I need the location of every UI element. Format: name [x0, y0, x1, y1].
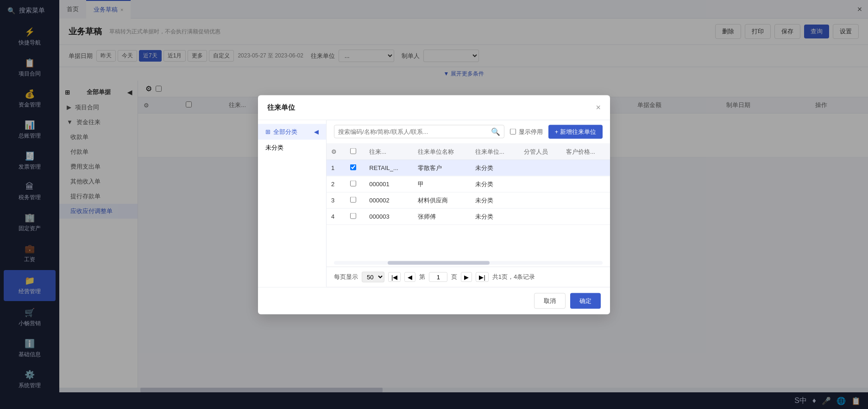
row-4-num: 4 [327, 208, 346, 225]
dialog-header: 往来单位 × [258, 95, 610, 120]
dialog-toolbar: 🔍 显示停用 + 新增往来单位 [327, 120, 610, 144]
row-4-checkbox[interactable] [350, 213, 356, 219]
dialog-right-panel: 🔍 显示停用 + 新增往来单位 ⚙ 往来... 往来单位名称 [327, 120, 610, 287]
dialog-table-row[interactable]: 3 000002 材料供应商 未分类 [327, 192, 610, 208]
row-1-category: 未分类 [471, 160, 519, 176]
search-icon-dialog: 🔍 [491, 127, 500, 136]
row-2-checkbox[interactable] [350, 180, 356, 186]
row-2-code: 000001 [365, 176, 413, 192]
row-3-checkbox[interactable] [350, 196, 356, 202]
row-2-manager [519, 176, 561, 192]
dialog-close-button[interactable]: × [596, 102, 601, 112]
row-3-code: 000002 [365, 192, 413, 208]
page-last-btn[interactable]: ▶| [476, 272, 488, 282]
dialog-col-code: 往来... [365, 144, 413, 160]
dialog-scrollbar-thumb [388, 261, 490, 264]
row-4-code: 000003 [365, 208, 413, 225]
show-disabled-toggle: 显示停用 [510, 127, 543, 136]
dialog-table-row[interactable]: 2 000001 甲 未分类 [327, 176, 610, 192]
page-next-btn[interactable]: ▶ [461, 272, 472, 282]
page-label-prefix: 第 [419, 273, 425, 281]
dialog-table-row[interactable]: 1 RETAIL_... 零散客户 未分类 [327, 160, 610, 176]
page-first-btn[interactable]: |◀ [388, 272, 401, 282]
page-prev-btn[interactable]: ◀ [404, 272, 415, 282]
dialog-table-row[interactable]: 4 000003 张师傅 未分类 [327, 208, 610, 225]
row-4-name: 张师傅 [413, 208, 471, 225]
dialog-table-wrap: ⚙ 往来... 往来单位名称 往来单位... 分管人员 客户价格... 1 [327, 144, 610, 261]
show-disabled-label: 显示停用 [519, 127, 543, 136]
row-2-price [561, 176, 610, 192]
dialog-col-manager: 分管人员 [519, 144, 561, 160]
dialog-col-price: 客户价格... [561, 144, 610, 160]
row-2-name: 甲 [413, 176, 471, 192]
dialog-uncategorized-label: 未分类 [265, 143, 283, 151]
dialog-table: ⚙ 往来... 往来单位名称 往来单位... 分管人员 客户价格... 1 [327, 144, 610, 225]
dialog-search-box: 🔍 [334, 125, 504, 138]
per-page-label: 每页显示 [334, 273, 358, 281]
dialog-col-settings: ⚙ [327, 144, 346, 160]
row-1-code: RETAIL_... [365, 160, 413, 176]
page-number-input[interactable] [429, 272, 447, 282]
row-3-price [561, 192, 610, 208]
grid-icon-dialog: ⊞ [265, 128, 270, 135]
dialog-pagination: 每页显示 50 |◀ ◀ 第 页 ▶ ▶| 共1页，4条记录 [327, 266, 610, 287]
dialog-partner: 往来单位 × ⊞ 全部分类 ◀ 未分类 🔍 显示停用 [258, 95, 610, 314]
row-3-num: 3 [327, 192, 346, 208]
row-3-category: 未分类 [471, 192, 519, 208]
cancel-button[interactable]: 取消 [534, 293, 566, 308]
row-2-category: 未分类 [471, 176, 519, 192]
row-3-name: 材料供应商 [413, 192, 471, 208]
dialog-scrollbar[interactable] [334, 261, 603, 264]
add-partner-button[interactable]: + 新增往来单位 [548, 125, 603, 138]
dialog-category-all[interactable]: ⊞ 全部分类 ◀ [258, 124, 326, 139]
show-disabled-checkbox[interactable] [510, 129, 516, 135]
dialog-footer: 取消 确定 [258, 287, 610, 314]
dialog-body: ⊞ 全部分类 ◀ 未分类 🔍 显示停用 + 新增往来单位 [258, 120, 610, 287]
per-page-select[interactable]: 50 [362, 271, 384, 282]
row-1-num: 1 [327, 160, 346, 176]
row-4-category: 未分类 [471, 208, 519, 225]
dialog-left-collapse-icon[interactable]: ◀ [314, 128, 319, 135]
dialog-col-name: 往来单位名称 [413, 144, 471, 160]
row-1-checkbox[interactable] [350, 164, 356, 170]
dialog-category-uncategorized[interactable]: 未分类 [258, 139, 326, 155]
row-4-price [561, 208, 610, 225]
dialog-col-checkbox [346, 144, 365, 160]
row-4-manager [519, 208, 561, 225]
dialog-col-category: 往来单位... [471, 144, 519, 160]
page-label-suffix: 页 [451, 273, 457, 281]
dialog-title: 往来单位 [267, 103, 295, 112]
dialog-all-label: 全部分类 [273, 127, 297, 136]
total-label: 共1页，4条记录 [492, 273, 535, 281]
row-1-price [561, 160, 610, 176]
confirm-button[interactable]: 确定 [570, 293, 601, 308]
row-3-manager [519, 192, 561, 208]
dialog-left-panel: ⊞ 全部分类 ◀ 未分类 [258, 120, 327, 287]
row-2-num: 2 [327, 176, 346, 192]
dialog-search-input[interactable] [338, 128, 488, 135]
row-1-name: 零散客户 [413, 160, 471, 176]
row-1-manager [519, 160, 561, 176]
